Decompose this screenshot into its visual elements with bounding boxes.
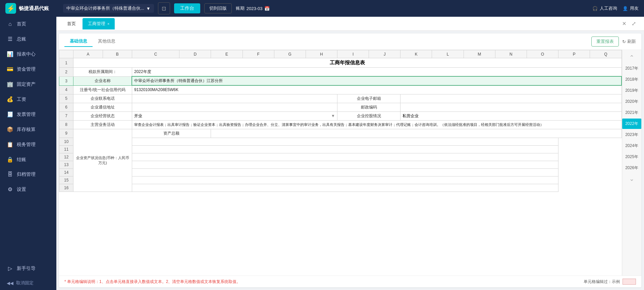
row-num-8: 8 bbox=[59, 120, 73, 129]
sidebar-item-finance[interactable]: 💳 资金管理 bbox=[0, 62, 56, 77]
sidebar-item-tax[interactable]: 📋 税务管理 bbox=[0, 137, 56, 152]
email-value-cell[interactable] bbox=[400, 94, 622, 103]
tab-business[interactable]: 工商管理 × bbox=[83, 18, 115, 29]
copy-icon-btn[interactable]: ⊡ bbox=[158, 2, 170, 14]
tab-close-icon[interactable]: × bbox=[107, 22, 109, 26]
col-header-b: B bbox=[103, 50, 132, 58]
revenue-value[interactable] bbox=[132, 153, 558, 161]
net-profit-value[interactable] bbox=[132, 176, 558, 184]
table-row: 4 注册号/统一社会信用代码 91320100MA208E5W6K bbox=[59, 85, 622, 94]
year-2023[interactable]: 2023年 bbox=[622, 130, 641, 140]
workbench-button[interactable]: 工作台 bbox=[174, 3, 200, 13]
year-2018[interactable]: 2018年 bbox=[622, 74, 641, 85]
col-header-j: J bbox=[369, 50, 400, 58]
year-down-btn[interactable]: ⌄ bbox=[628, 174, 636, 184]
main-biz-value-cell[interactable]: 审查企业会计报表；出具审计报告；验证企业资本；出具验资报告；办理企业合并、分立、… bbox=[132, 120, 622, 129]
row-num-12: 12 bbox=[59, 153, 73, 161]
sidebar-label-guide: 新手引导 bbox=[17, 266, 36, 272]
year-2025[interactable]: 2025年 bbox=[622, 152, 641, 162]
biz-status-value-cell[interactable]: 开业 ▼ bbox=[132, 112, 337, 120]
user-menu[interactable]: 👤 用友 bbox=[623, 5, 639, 11]
app-name: 畅捷通易代账 bbox=[19, 5, 49, 12]
sheet-actions: 重置报表 ↻ 刷新 bbox=[591, 37, 636, 47]
window-close-icon[interactable]: × bbox=[622, 20, 626, 27]
total-assets-value[interactable] bbox=[211, 129, 622, 138]
tab-home[interactable]: 首页 bbox=[62, 18, 81, 29]
table-row: 12 bbox=[59, 153, 622, 161]
close-period-icon: 🔒 bbox=[7, 156, 13, 163]
period-selector[interactable]: 账期 2023-03 📅 bbox=[236, 5, 270, 11]
window-expand-icon[interactable]: ⤢ bbox=[632, 20, 636, 27]
grid-container[interactable]: A B C D E F G H I J bbox=[59, 50, 622, 276]
sidebar-item-report[interactable]: 📊 报表中心 bbox=[0, 47, 56, 62]
sheet-toolbar: 基础信息 其他信息 重置报表 ↻ 刷新 bbox=[59, 33, 641, 50]
topbar: ⚡ 畅捷通易代账 中审众环会计师事务所（特殊普通合伙... ▼ ⊡ 工作台 切到… bbox=[0, 0, 644, 17]
table-row: 1 工商年报信息表 bbox=[59, 58, 622, 68]
postal-value-cell[interactable] bbox=[400, 103, 622, 112]
sidebar-item-assets[interactable]: 🏢 固定资产 bbox=[0, 77, 56, 92]
sidebar-item-salary[interactable]: 💰 工资 bbox=[0, 92, 56, 107]
year-2019[interactable]: 2019年 bbox=[622, 85, 641, 96]
profit-value[interactable] bbox=[132, 168, 558, 176]
main-revenue-value[interactable] bbox=[132, 161, 558, 168]
liabilities-value[interactable] bbox=[132, 145, 558, 153]
company-selector[interactable]: 中审众环会计师事务所（特殊普通合伙... ▼ bbox=[63, 4, 154, 13]
content-with-year: A B C D E F G H I J bbox=[59, 50, 641, 276]
year-2021[interactable]: 2021年 bbox=[622, 107, 641, 118]
biz-status-value: 开业 bbox=[134, 113, 142, 119]
row-num-14: 14 bbox=[59, 168, 73, 176]
report-icon: 📊 bbox=[7, 51, 13, 57]
support-btn[interactable]: 🎧 人工咨询 bbox=[592, 5, 617, 11]
table-row: 2 税款所属期间： 2022年度 bbox=[59, 68, 622, 77]
row-num-2: 2 bbox=[59, 68, 73, 77]
reg-no-label-cell: 注册号/统一社会信用代码 bbox=[73, 85, 132, 94]
main-biz-label-cell: 主营业务活动 bbox=[73, 120, 132, 129]
tax-period-value-cell[interactable]: 2022年度 bbox=[132, 68, 622, 77]
address-value-cell[interactable] bbox=[132, 103, 337, 112]
refresh-btn[interactable]: ↻ 刷新 bbox=[622, 39, 636, 45]
year-2020[interactable]: 2020年 bbox=[622, 96, 641, 107]
year-2026[interactable]: 2026年 bbox=[622, 163, 641, 173]
sidebar-item-invoice[interactable]: 🧾 发票管理 bbox=[0, 107, 56, 122]
sidebar-item-archive[interactable]: 🗄 归档管理 bbox=[0, 167, 56, 182]
equity-value[interactable] bbox=[132, 138, 558, 145]
col-header-a: A bbox=[73, 50, 103, 58]
total-assets-label: 资产总额 bbox=[132, 129, 211, 138]
year-2024[interactable]: 2024年 bbox=[622, 141, 641, 151]
sidebar-item-inventory[interactable]: 📦 库存核算 bbox=[0, 122, 56, 137]
edited-label: 单元格编辑过：示例 bbox=[584, 279, 620, 285]
holding-value-cell[interactable]: 私营企业 bbox=[400, 112, 622, 120]
table-row: 7 企业经营状态 开业 ▼ 企业控股情况 私 bbox=[59, 112, 622, 120]
sidebar-item-guide[interactable]: ▷ 新手引导 bbox=[0, 261, 56, 276]
sidebar-item-close[interactable]: 🔒 结账 bbox=[0, 152, 56, 167]
title-cell[interactable]: 工商年报信息表 bbox=[73, 58, 622, 68]
year-sidebar: ⌃ 2017年 2018年 2019年 2020年 2021年 2022年 20… bbox=[622, 50, 641, 276]
row-num-9: 9 bbox=[59, 129, 73, 138]
year-up-btn[interactable]: ⌃ bbox=[628, 53, 636, 63]
biz-status-dropdown-icon[interactable]: ▼ bbox=[331, 114, 335, 118]
phone-value-cell[interactable] bbox=[132, 94, 337, 103]
support-label: 人工咨询 bbox=[600, 5, 617, 11]
company-name-value-cell[interactable]: 中审众环会计师事务所（特殊普通合伙）江苏分所 bbox=[132, 76, 622, 85]
year-2022[interactable]: 2022年 bbox=[622, 119, 641, 129]
assets-icon: 🏢 bbox=[7, 81, 13, 87]
table-row: 5 企业联系电话 企业电子邮箱 bbox=[59, 94, 622, 103]
sidebar-item-ledger[interactable]: ☰ 总账 bbox=[0, 31, 56, 47]
logo-icon: ⚡ bbox=[5, 3, 16, 14]
tab-basic-info[interactable]: 基础信息 bbox=[64, 36, 93, 47]
reset-report-btn[interactable]: 重置报表 bbox=[591, 37, 619, 47]
col-header-n: N bbox=[495, 50, 527, 58]
sidebar-pin-btn[interactable]: ◀◀ 取消固定 bbox=[0, 276, 56, 290]
year-2017[interactable]: 2017年 bbox=[622, 63, 641, 74]
headset-icon: 🎧 bbox=[592, 6, 598, 11]
tax-total-value[interactable] bbox=[132, 184, 558, 192]
sidebar-item-settings[interactable]: ⚙ 设置 bbox=[0, 182, 56, 197]
tab-other-info[interactable]: 其他信息 bbox=[93, 36, 121, 47]
sidebar-item-home[interactable]: ⌂ 首页 bbox=[0, 17, 56, 31]
row-num-7: 7 bbox=[59, 112, 73, 120]
sidebar-label-salary: 工资 bbox=[17, 96, 26, 102]
reg-no-value-cell[interactable]: 91320100MA208E5W6K bbox=[132, 85, 622, 94]
calendar-icon: 📅 bbox=[264, 6, 270, 11]
switch-old-button[interactable]: 切到旧版 bbox=[204, 3, 232, 13]
email-label-cell: 企业电子邮箱 bbox=[337, 94, 400, 103]
